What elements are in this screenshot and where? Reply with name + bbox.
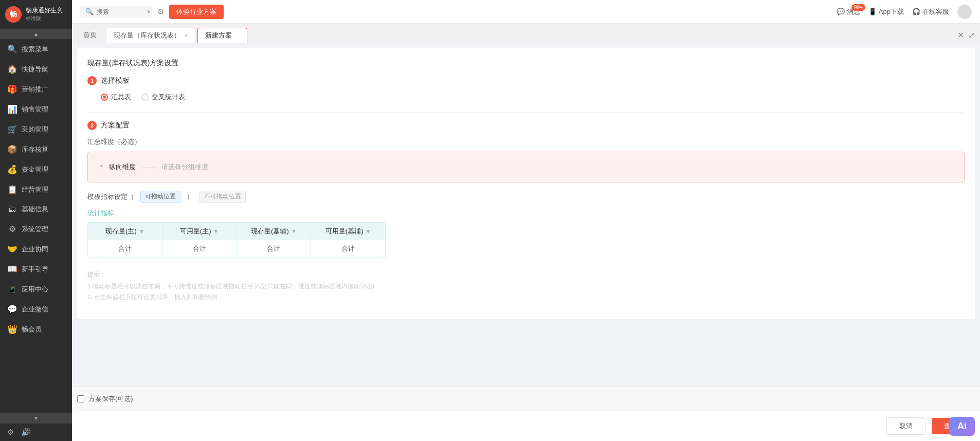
radio-summary[interactable]: 汇总表 [101,93,131,102]
topbar: 🔍 ▼ ⚙ 体验行业方案 💬 消息 99+ 📱 App下载 🎧 在线客服 [72,0,980,24]
sidebar-item-label: 企业微信 [22,305,48,314]
sidebar-item-label: 库存核算 [22,145,48,154]
ai-badge[interactable]: Ai [949,417,975,436]
sidebar-item-label: 应用中心 [22,285,48,294]
tab-inventory-close[interactable]: × [185,32,188,39]
sidebar-item-purchase[interactable]: 🛒 采购管理 [0,119,72,139]
topbar-actions: 💬 消息 99+ 📱 App下载 🎧 在线客服 [837,5,972,19]
stats-col-1: 现存量(主) ▼ [88,223,162,240]
sidebar-item-label: 资金管理 [22,165,48,174]
stats-body-col-4: 合计 [311,240,385,258]
save-checkbox[interactable] [77,395,84,402]
basic-info-icon: 🗂 [7,205,17,214]
window-controls: ✕ ⤢ [957,30,980,40]
sidebar-item-finance[interactable]: 💰 资金管理 [0,159,72,179]
app-download-button[interactable]: 📱 App下载 [868,7,904,16]
search-input[interactable] [97,8,143,15]
indicator-draggable: 可拖动位置 [140,191,180,203]
section2-header: 2 方案配置 [87,121,965,130]
purchase-icon: 🛒 [7,124,17,134]
chevron-down-icon[interactable]: ▼ [146,9,152,15]
sidebar-item-member[interactable]: 👑 畅会员 [0,319,72,339]
sidebar-item-label: 快捷导航 [22,65,48,74]
sidebar-item-label: 系统管理 [22,225,48,234]
sidebar-logo: 畅 畅康通好生意 标准版 [0,0,72,29]
divider1 [87,112,965,113]
marketing-icon: 🎁 [7,84,17,94]
radio-cross[interactable]: 交叉统计表 [141,93,185,102]
col3-chevron-icon[interactable]: ▼ [291,228,297,234]
tab-inventory-status[interactable]: 现存量（库存状况表） × [106,28,195,43]
sidebar-item-label: 采购管理 [22,125,48,134]
topbar-search-box[interactable]: 🔍 ▼ [80,6,152,17]
sidebar-item-operations[interactable]: 📋 经营管理 [0,179,72,199]
sidebar-item-system[interactable]: ⚙ 系统管理 [0,219,72,239]
search-menu-icon: 🔍 [7,44,17,54]
sidebar-item-sales[interactable]: 📊 销售管理 [0,99,72,119]
sidebar-item-search-menu[interactable]: 🔍 搜索菜单 [0,39,72,59]
radio-summary-circle[interactable] [101,94,108,101]
message-button[interactable]: 💬 消息 99+ [837,7,860,16]
settings-panel: 现存量(库存状况表)方案设置 1 选择模板 汇总表 交叉统计表 2 [77,48,975,319]
support-icon: 🎧 [912,8,920,15]
sidebar-scroll-up[interactable]: ▲ [0,29,72,39]
tips-item-1: 1.拖动标题栏可以调整布局，不可跨维度或指标区域拖动栏目字段(只能在同一维度或指… [87,282,965,291]
download-icon: 📱 [868,8,877,15]
system-icon: ⚙ [7,224,17,234]
sidebar-item-inventory[interactable]: 📦 库存核算 [0,139,72,159]
inventory-icon: 📦 [7,144,17,154]
sidebar-item-label: 经营管理 [22,185,48,194]
tips-section: 提示： 1.拖动标题栏可以调整布局，不可跨维度或指标区域拖动栏目字段(只能在同一… [87,265,965,309]
sidebar-item-label: 企业协同 [22,245,48,254]
app-version: 标准版 [26,15,63,22]
tab-home[interactable]: 首页 [76,28,104,42]
new-guide-icon: 📖 [7,264,17,274]
sidebar-item-label: 新手引导 [22,265,48,274]
section2-num: 2 [87,121,97,130]
stats-table: 现存量(主) ▼ 可用量(主) ▼ [87,222,386,258]
tips-item-2: 2. 点击标题栏下拉可设置排序、插入列和删除列 [87,293,965,302]
main-area: 🔍 ▼ ⚙ 体验行业方案 💬 消息 99+ 📱 App下载 🎧 在线客服 [72,0,980,441]
bottom-bar: 取消 查询 [72,411,980,441]
stats-table-body: 合计 合计 合计 合计 [88,240,385,258]
sidebar-item-cooperation[interactable]: 🤝 企业协同 [0,239,72,259]
tab-new-plan[interactable]: 新建方案 × [197,28,247,43]
sales-icon: 📊 [7,104,17,114]
sidebar-scroll-down[interactable]: ▼ [0,413,72,423]
dimension-vertical-label: 纵向维度 [109,162,136,172]
search-icon: 🔍 [85,8,94,15]
sidebar-item-app-center[interactable]: 📱 应用中心 [0,279,72,299]
sidebar-item-basic-info[interactable]: 🗂 基础信息 [0,199,72,219]
window-close-button[interactable]: ✕ [957,30,964,40]
app-logo-icon: 畅 [5,6,22,23]
radio-cross-circle[interactable] [141,94,149,101]
online-support-button[interactable]: 🎧 在线客服 [912,7,949,16]
sidebar-item-new-guide[interactable]: 📖 新手引导 [0,259,72,279]
col2-chevron-icon[interactable]: ▼ [213,228,219,234]
dimension-box[interactable]: * 纵向维度 —— 请选择分组维度 [87,152,965,182]
sound-icon[interactable]: 🔊 [21,428,31,437]
window-expand-button[interactable]: ⤢ [968,30,975,40]
cancel-button[interactable]: 取消 [886,417,925,435]
section1-num: 1 [87,76,97,85]
dimension-placeholder: 请选择分组维度 [161,162,208,172]
tab-new-plan-close[interactable]: × [236,32,239,39]
sidebar-item-quick-nav[interactable]: 🏠 快捷导航 [0,59,72,79]
stats-body-col-3: 合计 [237,240,312,258]
stats-label: 统计指标 [87,209,965,218]
user-avatar[interactable] [957,5,972,19]
app-name: 畅康通好生意 [26,7,63,15]
cooperation-icon: 🤝 [7,244,17,254]
page-title: 现存量(库存状况表)方案设置 [87,59,965,68]
col4-chevron-icon[interactable]: ▼ [366,228,371,234]
sidebar-item-wechat[interactable]: 💬 企业微信 [0,299,72,319]
col1-chevron-icon[interactable]: ▼ [139,228,144,234]
dimension-required-star: * [100,163,103,171]
trial-button[interactable]: 体验行业方案 [169,5,224,19]
summary-dimension-section: 汇总维度（必选） * 纵向维度 —— 请选择分组维度 模板指标设定（ 可拖动位置… [87,137,965,309]
gear-icon[interactable]: ⚙ [157,7,164,16]
sidebar-item-marketing[interactable]: 🎁 营销推广 [0,79,72,99]
settings-icon[interactable]: ⚙ [7,428,14,437]
sidebar-item-label: 营销推广 [22,85,48,94]
message-badge: 99+ [851,4,865,11]
